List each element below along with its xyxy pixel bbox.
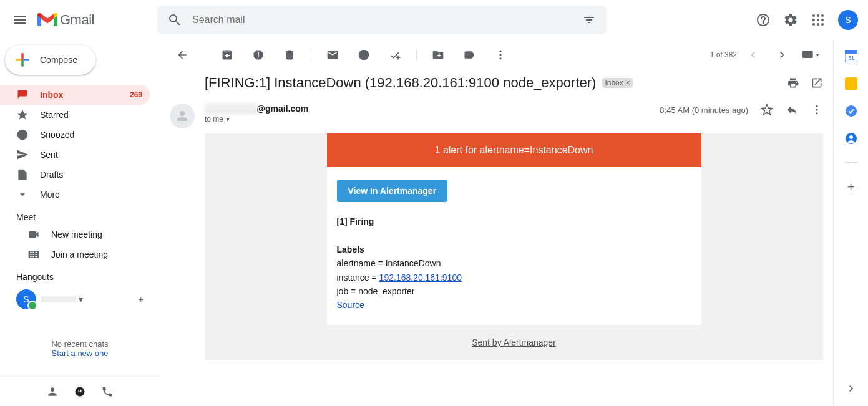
hangouts-heading: Hangouts [0, 264, 160, 284]
contacts-addon[interactable] [845, 132, 857, 145]
sidebar-item-snoozed[interactable]: Snoozed [0, 125, 150, 145]
add-to-tasks-button[interactable] [383, 42, 407, 67]
svg-point-21 [846, 105, 857, 117]
label-chip-inbox[interactable]: Inbox× [602, 78, 632, 88]
sender-name-redacted: ████████ [205, 104, 256, 114]
svg-text:31: 31 [847, 55, 854, 61]
svg-point-3 [812, 19, 815, 21]
svg-point-7 [817, 23, 819, 26]
sender-domain: @gmail.com [256, 104, 308, 114]
label-job: job = node_exporter [337, 284, 691, 298]
start-new-chat-link[interactable]: Start a new one [0, 349, 160, 358]
recipients-dropdown[interactable]: to me▾ [205, 115, 660, 123]
hide-sidepanel-button[interactable] [839, 376, 864, 401]
search-input[interactable] [187, 14, 577, 26]
chevron-down-icon: ▾ [226, 115, 230, 123]
svg-point-0 [812, 14, 815, 17]
main-menu-button[interactable] [5, 5, 35, 35]
svg-point-4 [817, 19, 819, 21]
new-meeting-button[interactable]: New meeting [0, 225, 160, 244]
account-avatar[interactable]: S [838, 10, 858, 30]
join-meeting-button[interactable]: Join a meeting [0, 244, 160, 264]
snooze-button[interactable] [351, 42, 376, 67]
back-button[interactable] [170, 42, 195, 67]
chevron-down-icon: ▾ [79, 294, 83, 304]
phone-tab-icon[interactable] [101, 385, 114, 398]
search-options-icon[interactable] [577, 7, 602, 32]
mark-unread-button[interactable] [320, 42, 345, 67]
sidebar-item-more[interactable]: More [0, 185, 150, 205]
label-instance-key: instance = [337, 273, 379, 283]
sender-avatar [170, 104, 195, 128]
get-addons-button[interactable]: + [847, 180, 855, 195]
open-new-window-button[interactable] [811, 77, 823, 89]
sidebar-item-sent[interactable]: Sent [0, 145, 150, 165]
hangouts-tab-icon[interactable] [74, 385, 86, 398]
svg-rect-20 [845, 77, 857, 90]
inbox-icon [16, 89, 29, 101]
email-subject: [FIRING:1] InstanceDown (192.168.20.161:… [205, 75, 596, 91]
no-chats-text: No recent chats [0, 339, 160, 349]
new-chat-icon[interactable]: + [139, 294, 144, 304]
input-tools-button[interactable]: ▾ [798, 42, 823, 67]
calendar-addon[interactable]: 31 [845, 50, 857, 62]
source-link[interactable]: Source [337, 300, 364, 310]
label-instance-link[interactable]: 192.168.20.161:9100 [379, 273, 462, 283]
settings-icon[interactable] [778, 7, 803, 32]
svg-point-8 [821, 23, 824, 26]
sent-by-alertmanager-link[interactable]: Sent by Alertmanager [472, 337, 556, 347]
older-button[interactable] [769, 42, 794, 67]
search-icon[interactable] [162, 7, 187, 32]
plus-icon [12, 50, 32, 70]
label-alertname: alertname = InstanceDown [337, 256, 691, 270]
hangouts-avatar: S [16, 289, 36, 309]
print-button[interactable] [787, 77, 799, 89]
keep-addon[interactable] [845, 77, 857, 90]
svg-point-5 [821, 19, 824, 21]
svg-rect-13 [802, 51, 813, 58]
compose-button[interactable]: Compose [5, 45, 95, 75]
labels-button[interactable] [457, 42, 482, 67]
svg-point-15 [816, 109, 817, 110]
message-more-button[interactable] [811, 104, 823, 116]
apps-icon[interactable] [806, 7, 831, 32]
sidebar-item-drafts[interactable]: Drafts [0, 165, 150, 185]
reply-button[interactable] [786, 104, 798, 116]
support-icon[interactable] [751, 7, 776, 32]
more-button[interactable] [488, 42, 513, 67]
svg-point-1 [817, 14, 819, 17]
labels-heading: Labels [337, 244, 364, 254]
gmail-logo[interactable]: Gmail [35, 12, 151, 28]
newer-button[interactable] [741, 42, 766, 67]
tasks-addon[interactable] [845, 105, 857, 117]
svg-rect-18 [845, 50, 857, 54]
hamburger-icon [12, 12, 27, 27]
clock-icon [16, 128, 29, 141]
svg-point-23 [849, 135, 853, 139]
svg-point-9 [76, 387, 85, 396]
move-to-button[interactable] [426, 42, 451, 67]
contacts-tab-icon[interactable] [46, 385, 59, 398]
hangouts-user-row[interactable]: S ▾ + [0, 284, 160, 314]
star-button[interactable] [761, 104, 773, 116]
svg-point-2 [821, 14, 824, 17]
alert-banner: 1 alert for alertname=InstanceDown [327, 133, 701, 167]
svg-point-12 [499, 57, 501, 59]
spam-button[interactable] [246, 42, 271, 67]
sidebar-item-inbox[interactable]: Inbox 269 [0, 85, 150, 105]
star-icon [16, 109, 29, 121]
search-bar[interactable] [157, 6, 607, 34]
svg-point-11 [499, 54, 501, 56]
sidebar-item-starred[interactable]: Starred [0, 105, 150, 125]
svg-point-6 [812, 23, 815, 26]
archive-button[interactable] [215, 42, 240, 67]
redacted-name [41, 296, 76, 302]
svg-point-14 [816, 105, 817, 107]
view-alertmanager-button[interactable]: View In Alertmanager [337, 180, 448, 202]
gmail-logo-icon [37, 12, 57, 27]
svg-point-10 [499, 51, 501, 52]
remove-label-icon[interactable]: × [626, 79, 630, 87]
keyboard-icon [27, 248, 40, 261]
delete-button[interactable] [277, 42, 302, 67]
chevron-down-icon [16, 188, 29, 201]
